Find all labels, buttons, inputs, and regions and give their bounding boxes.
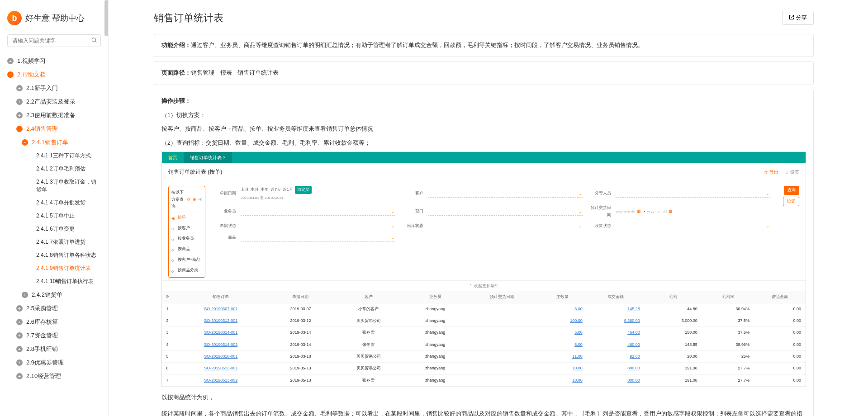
nav-item[interactable]: 2.4.1.6订单变更 <box>0 222 108 236</box>
nav-item[interactable]: +2.7资金管理 <box>0 329 108 342</box>
expect-date-range[interactable]: yyyy-mm-dd▦ ~ yyyy-mm-dd▦ <box>616 208 770 215</box>
share-label: 分享 <box>796 14 807 22</box>
scheme-item[interactable]: ○按商品 <box>169 244 205 254</box>
pill-1m[interactable]: 近1月 <box>283 186 293 193</box>
input-status[interactable] <box>241 222 395 230</box>
column-header[interactable]: 主数量 <box>538 291 587 303</box>
expand-icon[interactable]: + <box>16 112 23 118</box>
expand-icon[interactable]: + <box>7 58 14 64</box>
nav-item[interactable]: +2.1新手入门 <box>0 81 108 95</box>
scheme-item[interactable]: ◉按单 <box>169 212 205 222</box>
pill-custom[interactable]: 自定义 <box>295 186 312 194</box>
expand-icon[interactable]: + <box>22 292 28 298</box>
expand-icon[interactable]: + <box>16 359 23 366</box>
expand-icon[interactable]: + <box>16 99 23 105</box>
export-action[interactable]: ☆ 导出 <box>764 168 778 176</box>
setting-button[interactable]: 设置 <box>783 197 799 206</box>
nav-item[interactable]: −2.4销售管理 <box>0 122 108 136</box>
table-row[interactable]: 7SO-20190513-0022019-05-13张冬雪zhangyang10… <box>162 374 806 386</box>
svg-line-1 <box>95 41 97 43</box>
input-person[interactable] <box>616 189 770 198</box>
collapse-icon[interactable]: − <box>16 126 23 132</box>
column-header[interactable]: 毛利率 <box>702 291 754 303</box>
nav-item[interactable]: +2.5采购管理 <box>0 302 108 315</box>
nav-item[interactable]: +2.9优惠券管理 <box>0 356 108 369</box>
scheme-title: 按以下方案查询 ⟳⊕≪ <box>169 188 205 212</box>
nav-item[interactable]: +1.视频学习 <box>0 54 108 68</box>
input-customer[interactable] <box>428 189 583 198</box>
column-header[interactable]: 毛利 <box>645 291 702 303</box>
column-header[interactable]: 赠品金额 <box>754 291 806 303</box>
example-text: 以按商品统计为例， <box>161 392 806 403</box>
input-salesman[interactable] <box>241 208 395 216</box>
nav-item[interactable]: −2.帮助文档 <box>0 68 108 81</box>
intro-box: 功能介绍：通过客户、业务员、商品等维度查询销售订单的明细汇总情况；有助于管理者了… <box>154 34 814 57</box>
pill-last-month[interactable]: 上月 <box>241 186 249 193</box>
column-header[interactable]: 客户 <box>332 291 405 303</box>
column-header[interactable]: 成交金额 <box>587 291 645 303</box>
scheme-item[interactable]: ○按业务员 <box>169 233 205 244</box>
input-recv-status[interactable] <box>616 222 770 230</box>
nav-item[interactable]: +2.8手机旺铺 <box>0 342 108 356</box>
nav-item[interactable]: 2.4.1.8销售订单各种状态 <box>0 249 108 262</box>
expand-icon[interactable]: + <box>16 85 23 91</box>
nav-item[interactable]: 2.4.1.3订单收取订金，销货单 <box>0 175 108 196</box>
nav-label: 2.4.1.10销售订单执行表 <box>36 278 101 285</box>
nav-item[interactable]: 2.4.1.1三种下订单方式 <box>0 149 108 162</box>
nav-label: 2.4.1.5订单中止 <box>36 212 101 220</box>
scheme-item[interactable]: ○按客户+商品 <box>169 255 205 265</box>
expand-icon[interactable]: + <box>16 319 23 325</box>
input-dept[interactable] <box>428 208 583 216</box>
table-row[interactable]: 6SO-20190513-0012019-05-13贝贝贸易公司zhangyan… <box>162 363 806 374</box>
nav-item[interactable]: +2.10经营管理 <box>0 369 108 383</box>
nav-item[interactable]: 2.4.1.10销售订单执行表 <box>0 275 108 288</box>
nav-item[interactable]: 2.4.1.7依照订单进货 <box>0 236 108 249</box>
nav-label: 2.5采购管理 <box>26 304 101 312</box>
input-goods[interactable] <box>241 234 395 242</box>
nav-item[interactable]: +2.2产品安装及登录 <box>0 95 108 109</box>
nav-item[interactable]: +2.3使用前数据准备 <box>0 109 108 122</box>
tab-report[interactable]: 销售订单统计表 × <box>184 152 232 163</box>
table-row[interactable]: 2SO-20190312-0012019-03-12贝贝贸易公司zhangyan… <box>162 315 806 327</box>
collapse-toggle[interactable]: ⌃ 收起更多条件 <box>162 280 806 291</box>
expand-icon[interactable]: + <box>16 373 23 379</box>
expand-icon[interactable]: + <box>16 346 23 352</box>
pill-this-year[interactable]: 本年 <box>261 186 269 193</box>
nav-item[interactable]: −2.4.1销售订单 <box>0 136 108 149</box>
nav-item[interactable]: 2.4.1.4订单分批发货 <box>0 196 108 209</box>
scheme-item[interactable]: ○按商品分类 <box>169 265 205 275</box>
expand-icon[interactable]: + <box>16 305 23 312</box>
share-button[interactable]: 分享 <box>782 11 814 25</box>
nav-label: 2.6库存核算 <box>26 318 101 326</box>
nav-item[interactable]: 2.4.1.5订单中止 <box>0 209 108 222</box>
pill-this-month[interactable]: 本月 <box>251 186 259 193</box>
setup-action[interactable]: ☼ 设置 <box>785 168 799 176</box>
nav-item[interactable]: 2.4.1.2订单毛利预估 <box>0 162 108 175</box>
table-row[interactable]: 4SO-20190314-0022019-03-14张冬雪zhangyang6.… <box>162 339 806 350</box>
table-row[interactable]: 1SO-20190307-0012019-03-07小常的客户zhangyang… <box>162 303 806 315</box>
table-row[interactable]: 5SO-20190318-0012019-03-18贝贝贸易公司zhangyan… <box>162 350 806 362</box>
column-header[interactable]: 业务员 <box>405 291 466 303</box>
scheme-item[interactable]: ○按客户 <box>169 223 205 233</box>
search-input[interactable] <box>7 34 101 47</box>
column-header[interactable]: ⚙ <box>162 291 173 303</box>
collapse-icon[interactable]: − <box>7 71 14 78</box>
nav-tree: +1.视频学习−2.帮助文档+2.1新手入门+2.2产品安装及登录+2.3使用前… <box>0 54 108 394</box>
collapse-icon[interactable]: − <box>22 139 28 146</box>
label-goods: 商品 <box>213 234 236 241</box>
tab-home[interactable]: 首页 <box>162 152 184 163</box>
main-content: 销售订单统计表 分享 功能介绍：通过客户、业务员、商品等维度查询销售订单的明细汇… <box>109 0 868 416</box>
search-icon[interactable] <box>91 37 97 45</box>
query-button[interactable]: 查询 <box>784 186 799 194</box>
column-header[interactable]: 单据日期 <box>269 291 332 303</box>
column-header[interactable]: 预计交货日期 <box>466 291 539 303</box>
expand-icon[interactable]: + <box>16 332 23 339</box>
input-out-status[interactable] <box>428 222 583 230</box>
label-out-status: 出库状态 <box>400 222 423 229</box>
nav-item[interactable]: +2.6库存核算 <box>0 315 108 329</box>
nav-item[interactable]: +2.4.2销货单 <box>0 288 108 302</box>
table-row[interactable]: 3SO-20190314-0012019-03-14张冬雪zhangyang5.… <box>162 327 806 339</box>
pill-7d[interactable]: 近7天 <box>270 186 281 193</box>
column-header[interactable]: 销售订单 <box>173 291 269 303</box>
nav-item[interactable]: 2.4.1.9销售订单统计表 <box>0 262 108 275</box>
